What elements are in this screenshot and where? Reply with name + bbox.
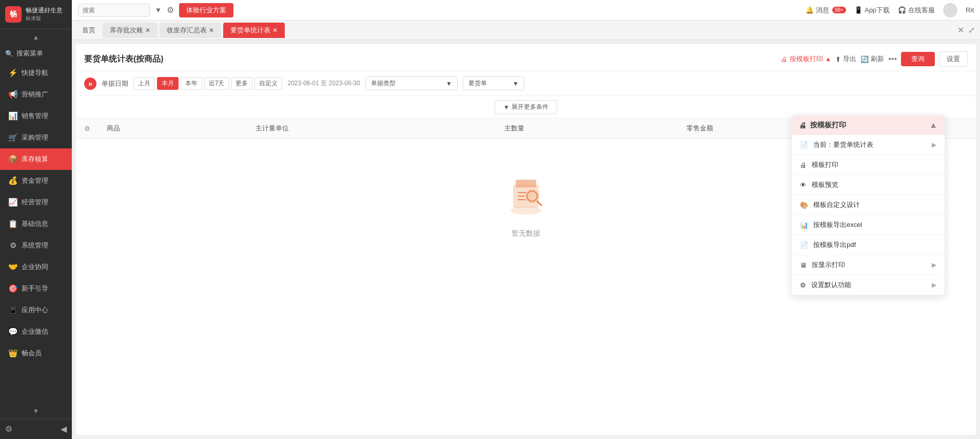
search-menu-item[interactable]: 🔍 搜索菜单: [0, 45, 72, 62]
dropdown-template-print[interactable]: 🖨 模板打印: [792, 155, 945, 175]
collapse-icon[interactable]: ◀: [61, 424, 67, 434]
tab-window-controls: ✕ ⤢: [957, 25, 975, 35]
expand-label: 展开更多条件: [512, 103, 548, 111]
sidebar-item-apps[interactable]: 📱 应用中心: [0, 299, 72, 321]
sidebar-scroll-up[interactable]: ▲: [0, 29, 72, 45]
topbar-settings-icon[interactable]: ⚙: [167, 5, 174, 15]
export-excel-label: 按模板导出excel: [813, 220, 862, 230]
print-dropdown-title: 🖨 按模板打印: [799, 121, 846, 130]
tab-receipt-summary[interactable]: 收发存汇总表 ✕: [160, 23, 221, 38]
this-year-btn[interactable]: 本年: [181, 77, 202, 90]
quantity-col-header: 主数量: [496, 119, 678, 139]
empty-icon: [500, 169, 552, 221]
more-date-btn[interactable]: 更多: [231, 77, 252, 90]
purchase-icon: 🛒: [8, 133, 17, 142]
sidebar-item-label: 资金管理: [22, 176, 48, 185]
sidebar-item-member[interactable]: 👑 畅会员: [0, 342, 72, 364]
expand-conditions-button[interactable]: ▼ 展开更多条件: [495, 100, 557, 114]
tab-order-stats[interactable]: 要货单统计表 ✕: [223, 23, 285, 38]
filter-expand-button[interactable]: »: [84, 78, 96, 90]
default-function-left: ⚙ 设置默认功能: [800, 280, 851, 290]
refresh-button[interactable]: 🔄 刷新: [860, 54, 884, 64]
export-button[interactable]: ⬆ 导出: [835, 54, 856, 64]
member-icon: 👑: [8, 349, 17, 358]
sales-icon: 📊: [8, 111, 17, 121]
sidebar-scroll-down[interactable]: ▼: [0, 403, 72, 418]
sidebar-item-quick-nav[interactable]: ⚡ 快捷导航: [0, 62, 72, 84]
sidebar-item-purchase[interactable]: 🛒 采购管理: [0, 127, 72, 148]
custom-date-btn[interactable]: 自定义: [254, 77, 282, 90]
sidebar-item-label: 企业微信: [22, 327, 48, 336]
topbar-right: 🔔 消息 99+ 📱 App下载 🎧 在线客服 Rit: [806, 3, 974, 17]
more-actions-icon[interactable]: •••: [888, 54, 897, 64]
sidebar-item-finance[interactable]: 💰 资金管理: [0, 170, 72, 192]
print-template-button[interactable]: 🖨 按模板打印 ▲: [781, 54, 831, 64]
chevron-down-icon: ▼: [446, 80, 452, 87]
tab-close-icon[interactable]: ✕: [145, 27, 150, 34]
app-download-item[interactable]: 📱 App下载: [854, 6, 890, 15]
dropdown-display-print[interactable]: 🖥 按显示打印 ▶: [792, 255, 945, 275]
print-dropdown-close-button[interactable]: ▲: [929, 121, 937, 130]
column-settings-icon[interactable]: ⚙: [84, 125, 90, 132]
online-service-label: 在线客服: [908, 6, 935, 15]
topbar-dropdown-icon[interactable]: ▼: [155, 6, 162, 14]
dropdown-template-design[interactable]: 🎨 模板自定义设计: [792, 195, 945, 215]
logo-icon: 畅: [5, 6, 22, 23]
last-7-days-btn[interactable]: 近7天: [204, 77, 229, 90]
trial-industry-button[interactable]: 体验行业方案: [179, 3, 233, 17]
order-type-select[interactable]: 单据类型 ▼: [365, 77, 458, 90]
prev-month-btn[interactable]: 上月: [133, 77, 155, 90]
sidebar-item-marketing[interactable]: 📢 营销推广: [0, 84, 72, 105]
user-name[interactable]: Rit: [966, 6, 974, 14]
marketing-icon: 📢: [8, 90, 17, 99]
dropdown-template-preview[interactable]: 👁 模板预览: [792, 175, 945, 195]
chevron-right-icon: ▶: [932, 281, 936, 289]
settings-icon[interactable]: ⚙: [5, 424, 12, 434]
sidebar-item-label: 应用中心: [22, 306, 48, 315]
sidebar-item-system[interactable]: ⚙ 系统管理: [0, 235, 72, 256]
topbar-search-input[interactable]: [78, 4, 150, 17]
online-service-item[interactable]: 🎧 在线客服: [898, 6, 935, 15]
dropdown-export-pdf[interactable]: 📄 按模板导出pdf: [792, 235, 945, 255]
sidebar-item-enterprise[interactable]: 🤝 企业协同: [0, 256, 72, 278]
sidebar-item-label: 营销推广: [22, 90, 48, 99]
dropdown-current-template[interactable]: 📄 当前：要货单统计表 ▶: [792, 135, 945, 155]
design-icon: 🎨: [800, 201, 808, 209]
tab-close-icon[interactable]: ✕: [209, 27, 214, 34]
sidebar-item-guide[interactable]: 🎯 新手引导: [0, 278, 72, 299]
tab-home[interactable]: 首页: [77, 26, 101, 35]
sidebar-item-sales[interactable]: 📊 销售管理: [0, 105, 72, 127]
settings-col-header[interactable]: ⚙: [76, 119, 99, 139]
sidebar-item-operation[interactable]: 📈 经营管理: [0, 192, 72, 213]
quick-nav-icon: ⚡: [8, 68, 17, 78]
display-print-label: 按显示打印: [812, 260, 845, 270]
sidebar-item-inventory[interactable]: 📦 库存核算: [0, 148, 72, 170]
template-icon: 📄: [800, 141, 808, 149]
sidebar-item-basic[interactable]: 📋 基础信息: [0, 213, 72, 235]
close-window-icon[interactable]: ✕: [957, 25, 964, 35]
dropdown-default-function[interactable]: ⚙ 设置默认功能 ▶: [792, 275, 945, 295]
sidebar-item-wechat[interactable]: 💬 企业微信: [0, 321, 72, 342]
current-template-left: 📄 当前：要货单统计表: [800, 140, 873, 149]
order-status-select[interactable]: 要货单 ▼: [463, 77, 524, 90]
notifications-item[interactable]: 🔔 消息 99+: [806, 6, 846, 15]
dropdown-export-excel[interactable]: 📊 按模板导出excel: [792, 215, 945, 235]
tab-close-icon[interactable]: ✕: [272, 27, 278, 34]
export-pdf-label: 按模板导出pdf: [813, 240, 856, 250]
settings-button[interactable]: 设置: [939, 51, 968, 67]
maximize-icon[interactable]: ⤢: [968, 25, 975, 35]
sidebar-item-label: 销售管理: [22, 111, 48, 121]
query-button[interactable]: 查询: [901, 52, 935, 66]
chevron-right-icon: ▶: [932, 261, 936, 269]
sidebar-item-label: 基础信息: [22, 219, 48, 228]
current-month-btn[interactable]: 本月: [157, 77, 179, 90]
default-function-label: 设置默认功能: [811, 280, 851, 290]
tab-inventory-batch[interactable]: 库存批次账 ✕: [103, 23, 158, 38]
sidebar-footer: ⚙ ◀: [0, 418, 72, 439]
print-dropdown-title-text: 按模板打印: [810, 121, 846, 130]
refresh-label: 刷新: [871, 54, 884, 64]
sidebar: 畅 畅捷通好生意 标准版 ▲ 🔍 搜索菜单 ⚡ 快捷导航 📢 营销推广 📊 销售…: [0, 0, 72, 439]
user-avatar[interactable]: [943, 3, 957, 17]
bell-icon: 🔔: [806, 6, 814, 14]
template-design-label: 模板自定义设计: [813, 200, 860, 209]
